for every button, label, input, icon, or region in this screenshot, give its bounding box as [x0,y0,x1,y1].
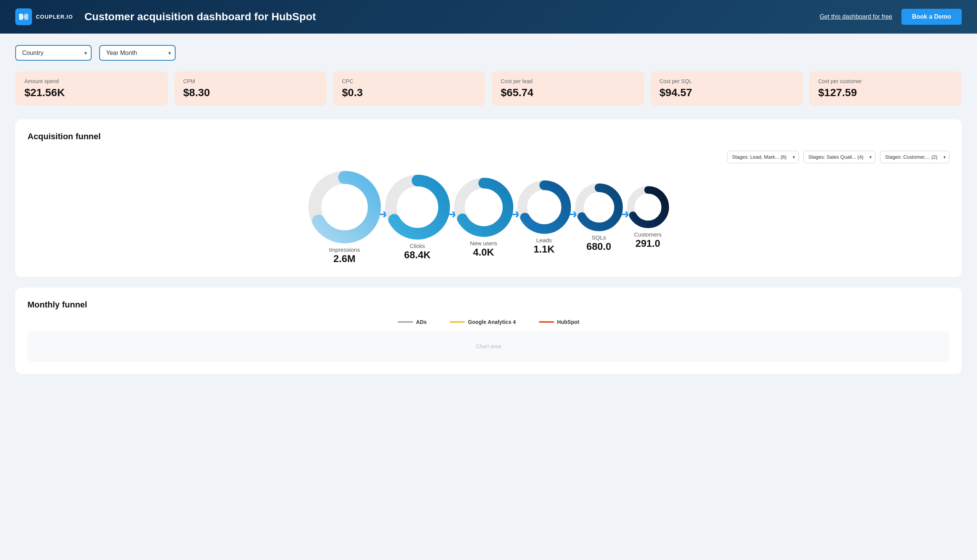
coupler-logo-icon [15,8,32,25]
ring-svg [308,171,381,243]
ring-value: 68.4K [404,249,431,261]
funnel-item: SQLs680.0 [575,183,623,253]
metric-value: $21.56K [24,87,159,99]
funnel-item: New users4.0K [454,178,513,258]
funnel-section: Acquisition funnel Stages: Lead, Mark...… [15,119,962,277]
stages-dropdown2-wrapper: Stages: Sales Quali... (4) [803,151,875,163]
ring-value: 2.6M [334,253,356,265]
stages-dropdown3[interactable]: Stages: Customer,... (2) [880,151,950,163]
monthly-title: Monthly funnel [27,300,950,310]
logo-text: COUPLER.IO [36,14,73,20]
stages-dropdown1-wrapper: Stages: Lead, Mark... (6) [727,151,799,163]
metric-label: Cost per lead [501,78,635,84]
legend-row: ADs Google Analytics 4 HubSpot [27,319,950,325]
legend-dot [539,321,554,323]
stages-dropdown1[interactable]: Stages: Lead, Mark... (6) [727,151,799,163]
ring-svg [518,180,571,234]
header-left: COUPLER.IO Customer acquisition dashboar… [15,8,316,25]
ring-label: SQLs [591,234,606,241]
ring-svg [385,175,450,240]
legend-label: ADs [416,319,427,325]
metric-value: $127.59 [818,87,953,99]
metric-label: CPC [342,78,476,84]
metric-label: Cost per SQL [660,78,794,84]
stages-dropdown2[interactable]: Stages: Sales Quali... (4) [803,151,875,163]
country-filter[interactable]: Country [15,45,92,61]
get-dashboard-link[interactable]: Get this dashboard for free [819,13,892,20]
main-content: Country Year Month Amount spend $21.56K … [0,33,977,396]
legend-label: HubSpot [557,319,580,325]
ring-label: Impressions [329,247,360,253]
metric-label: CPM [183,78,317,84]
funnel-item: Clicks68.4K [385,175,450,261]
metric-value: $94.57 [660,87,794,99]
ring-value: 291.0 [635,238,660,250]
ring-svg [575,183,623,231]
metric-card: Amount spend $21.56K [15,71,168,106]
metric-card: Cost per customer $127.59 [809,71,962,106]
header-right: Get this dashboard for free Book a Demo [819,9,962,25]
funnel-item: Customers291.0 [627,186,669,250]
svg-rect-2 [22,15,26,18]
ring-svg [627,186,669,228]
legend-item: HubSpot [539,319,580,325]
year-month-filter-wrapper: Year Month [99,45,175,61]
header: COUPLER.IO Customer acquisition dashboar… [0,0,977,33]
ring-label: New users [470,240,497,247]
ring-svg [454,178,513,237]
country-filter-wrapper: Country [15,45,92,61]
ring-value: 680.0 [586,241,611,253]
ring-label: Customers [634,231,662,238]
logo-area: COUPLER.IO [15,8,73,25]
metric-label: Cost per customer [818,78,953,84]
funnel-item: Leads1.1K [518,180,571,255]
monthly-chart-placeholder: Chart area [27,331,950,362]
metric-card: CPC $0.3 [333,71,486,106]
metric-card: CPM $8.30 [174,71,327,106]
legend-dot [449,321,465,323]
metric-value: $8.30 [183,87,317,99]
book-demo-button[interactable]: Book a Demo [902,9,962,25]
metric-label: Amount spend [24,78,159,84]
metric-card: Cost per SQL $94.57 [650,71,803,106]
legend-label: Google Analytics 4 [468,319,516,325]
metric-value: $65.74 [501,87,635,99]
page-title: Customer acquisition dashboard for HubSp… [84,11,316,23]
ring-label: Clicks [410,243,425,249]
legend-dot [397,321,413,323]
metric-value: $0.3 [342,87,476,99]
monthly-section: Monthly funnel ADs Google Analytics 4 Hu… [15,288,962,374]
legend-item: Google Analytics 4 [449,319,516,325]
year-month-filter[interactable]: Year Month [99,45,175,61]
stages-dropdown3-wrapper: Stages: Customer,... (2) [880,151,950,163]
ring-value: 1.1K [534,243,554,255]
metric-card: Cost per lead $65.74 [491,71,644,106]
metrics-row: Amount spend $21.56K CPM $8.30 CPC $0.3 … [15,71,962,106]
filters-row: Country Year Month [15,45,962,61]
ring-label: Leads [536,237,552,243]
funnel-item: Impressions2.6M [308,171,381,265]
funnel-rings: Impressions2.6M➜Clicks68.4K➜New users4.0… [27,171,950,265]
legend-item: ADs [397,319,427,325]
funnel-controls: Stages: Lead, Mark... (6) Stages: Sales … [27,151,950,163]
ring-value: 4.0K [473,247,494,258]
funnel-title: Acquisition funnel [27,132,950,142]
